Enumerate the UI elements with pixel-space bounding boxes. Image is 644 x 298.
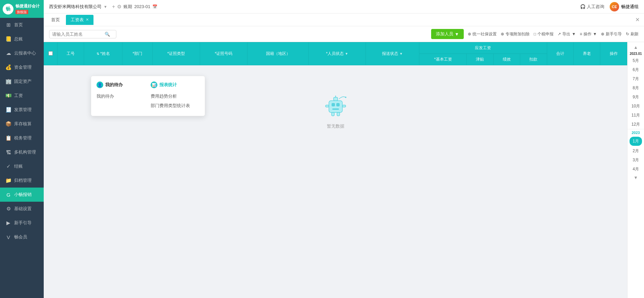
- consult-btn[interactable]: 🎧 人工咨询: [580, 4, 604, 10]
- fund-icon: 💰: [5, 64, 11, 70]
- company-name: 西安虾米网络科技有限公司: [49, 4, 102, 10]
- report-icon: 📊: [151, 81, 157, 88]
- toolbar: 🔍 添加人员 ▼ ⊕ 统一社保设置 ⊕ 专项附加扣除 □ 个税申报 ↗ 导出: [44, 26, 644, 42]
- popup-item-todo[interactable]: 我的待办: [97, 92, 145, 101]
- table-checkbox-header[interactable]: [44, 42, 58, 65]
- search-icon[interactable]: 🔍: [105, 32, 110, 37]
- timeline-month-10[interactable]: 10月: [628, 102, 644, 111]
- dropdown-popup: 👤 我的待办 我的待办 📊 报表统计 费用趋势分析 部门费用类型统计表: [91, 76, 205, 116]
- sidebar-item-settlement[interactable]: ✓ 结账: [0, 159, 44, 173]
- popup-item-expense-trend[interactable]: 费用趋势分析: [151, 92, 199, 101]
- timeline-nav-up[interactable]: ▲: [628, 43, 644, 51]
- tab-salary-label: 工资表: [71, 17, 84, 23]
- timeline-month-2[interactable]: 2月: [628, 146, 644, 156]
- company-chevron-icon: ▼: [104, 5, 107, 9]
- tax-declare-btn[interactable]: □ 个税申报: [534, 31, 554, 37]
- popup-section: 👤 我的待办 我的待办 📊 报表统计 费用趋势分析 部门费用类型统计表: [97, 81, 199, 110]
- sidebar-item-expense[interactable]: G 小畅报销: [0, 188, 44, 202]
- add-company-icon[interactable]: +: [112, 4, 115, 10]
- tab-salary-sheet[interactable]: 工资表 ✕: [66, 15, 93, 25]
- svg-rect-9: [337, 112, 340, 116]
- sidebar-item-tax[interactable]: 📋 税务管理: [0, 131, 44, 145]
- social-insurance-btn[interactable]: ⊕ 统一社保设置: [468, 31, 497, 37]
- archive-icon: 📁: [5, 177, 11, 184]
- export-dropdown-icon: ▼: [572, 32, 576, 36]
- search-input[interactable]: [52, 32, 103, 37]
- svg-rect-5: [335, 96, 336, 97]
- add-person-button[interactable]: 添加人员 ▼: [431, 29, 464, 39]
- sidebar-item-label: 资金管理: [14, 64, 32, 70]
- timeline-month-9[interactable]: 9月: [628, 93, 644, 102]
- sidebar-item-cloud-report[interactable]: ☁ 云报表中心: [0, 46, 44, 60]
- close-main-icon[interactable]: ✕: [633, 16, 641, 24]
- company-selector[interactable]: 西安虾米网络科技有限公司 ▼ + ⚙ 账期 2023-01 📅: [49, 4, 157, 10]
- app-logo[interactable]: 畅 畅捷通好会计 旗舰版: [0, 0, 44, 18]
- special-deduct-label: 专项附加扣除: [505, 31, 530, 37]
- timeline-month-6[interactable]: 6月: [628, 65, 644, 74]
- operation-icon: ≡: [580, 32, 582, 36]
- timeline-year-2023: 2023: [628, 129, 644, 136]
- sidebar-item-multi-org[interactable]: 🏗 多机构管理: [0, 145, 44, 159]
- sidebar-item-fixed-assets[interactable]: 🏢 固定资产: [0, 74, 44, 89]
- user-info[interactable]: CE 畅捷通组: [610, 2, 639, 11]
- sidebar: 畅 畅捷通好会计 旗舰版 ⊞ 首页 📒 总账 ☁ 云报表中心 💰 资金管理 🏢 …: [0, 0, 44, 298]
- ledger-icon: 📒: [5, 36, 11, 42]
- popup-col-todo: 👤 我的待办 我的待办: [97, 81, 145, 110]
- timeline-nav-down[interactable]: ▼: [628, 174, 644, 181]
- col-header-salary-group: 应发工资: [419, 42, 547, 54]
- sidebar-item-label: 发票管理: [14, 107, 32, 113]
- timeline-month-8[interactable]: 8月: [628, 84, 644, 93]
- col-header-id-type: *证照类型: [152, 42, 200, 65]
- export-btn[interactable]: ↗ 导出 ▼: [558, 31, 576, 37]
- new-guide-btn[interactable]: ⊕ 新手引导: [601, 31, 622, 37]
- cloud-icon: ☁: [5, 50, 11, 56]
- timeline-month-7[interactable]: 7月: [628, 74, 644, 84]
- special-deduct-btn[interactable]: ⊕ 专项附加扣除: [501, 31, 530, 37]
- sidebar-nav: ⊞ 首页 📒 总账 ☁ 云报表中心 💰 资金管理 🏢 固定资产 💵 工资 🧾 发…: [0, 18, 44, 298]
- refresh-btn[interactable]: ↻ 刷新: [626, 31, 639, 37]
- popup-item-dept-expense[interactable]: 部门费用类型统计表: [151, 101, 199, 110]
- timeline-month-5[interactable]: 5月: [628, 56, 644, 65]
- person-status-filter-icon[interactable]: ▼: [345, 52, 348, 56]
- col-header-deduct: 扣款: [520, 54, 547, 65]
- sidebar-item-label: 新手引导: [14, 220, 32, 226]
- timeline-month-11[interactable]: 11月: [628, 111, 644, 120]
- add-person-label: 添加人员: [436, 31, 453, 37]
- settings-icon[interactable]: ⚙: [117, 4, 121, 10]
- search-box[interactable]: 🔍: [49, 30, 116, 38]
- svg-rect-7: [342, 105, 346, 107]
- invoice-icon: 🧾: [5, 107, 11, 113]
- sidebar-item-home[interactable]: ⊞ 首页: [0, 18, 44, 32]
- sidebar-item-guide[interactable]: ▶ 新手引导: [0, 216, 44, 230]
- sidebar-item-label: 库存核算: [14, 121, 32, 127]
- sidebar-item-invoice[interactable]: 🧾 发票管理: [0, 103, 44, 117]
- timeline-month-3[interactable]: 3月: [628, 156, 644, 165]
- sidebar-item-archive[interactable]: 📁 归档管理: [0, 173, 44, 188]
- sidebar-item-label: 税务管理: [14, 135, 32, 141]
- popup-todo-title: 👤 我的待办: [97, 81, 145, 88]
- tab-salary-close-icon[interactable]: ✕: [86, 18, 89, 22]
- sidebar-item-label: 基础设置: [14, 206, 32, 212]
- tab-home[interactable]: 首页: [46, 15, 65, 25]
- sidebar-item-basic[interactable]: ⚙ 基础设置: [0, 202, 44, 216]
- sidebar-item-ledger[interactable]: 📒 总账: [0, 32, 44, 46]
- social-insurance-label: 统一社保设置: [472, 31, 497, 37]
- select-all-checkbox[interactable]: [48, 51, 53, 56]
- col-header-basic-salary: *基本工资: [419, 54, 467, 65]
- sidebar-item-fund[interactable]: 💰 资金管理: [0, 60, 44, 74]
- timeline-month-4[interactable]: 4月: [628, 165, 644, 174]
- timeline-month-12[interactable]: 12月: [628, 120, 644, 129]
- sidebar-item-member[interactable]: V 畅会员: [0, 230, 44, 244]
- new-guide-label: 新手引导: [606, 31, 622, 37]
- send-status-filter-icon[interactable]: ▼: [400, 52, 403, 56]
- operation-btn[interactable]: ≡ 操作 ▼: [580, 31, 597, 37]
- timeline-month-1-active[interactable]: 1月: [630, 137, 642, 146]
- empty-robot-icon: [322, 92, 349, 119]
- sidebar-item-salary[interactable]: 💵 工资: [0, 89, 44, 103]
- col-header-name: ⇅ *姓名: [84, 42, 122, 65]
- svg-rect-4: [334, 97, 338, 101]
- member-icon: V: [5, 234, 11, 240]
- consult-label: 人工咨询: [587, 4, 604, 10]
- calendar-icon[interactable]: 📅: [152, 4, 157, 9]
- sidebar-item-inventory[interactable]: 📦 库存核算: [0, 117, 44, 131]
